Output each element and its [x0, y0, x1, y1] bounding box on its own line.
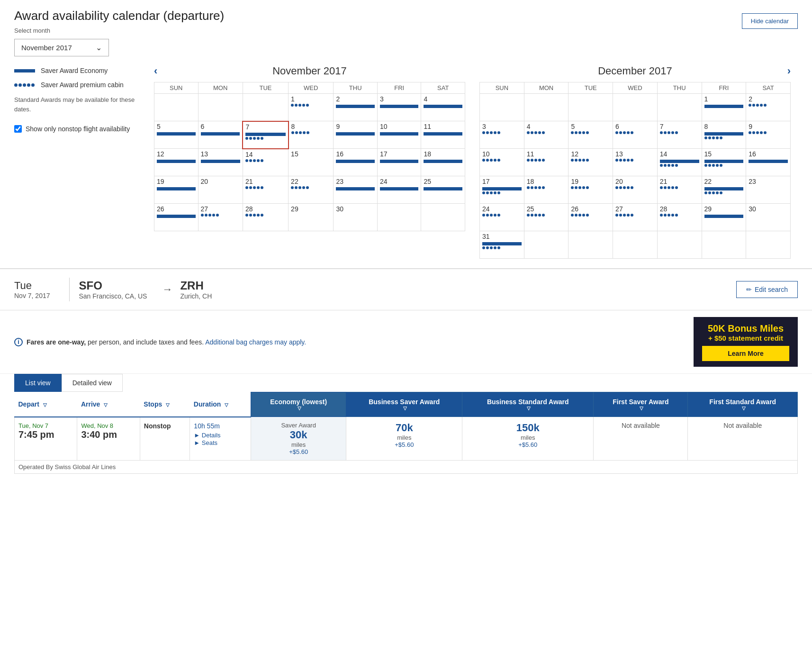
day-number: 11 — [527, 150, 566, 158]
calendar-day[interactable]: 16 — [334, 149, 378, 176]
calendar-day[interactable]: 28 — [243, 204, 288, 231]
calendar-day[interactable]: 3 — [377, 94, 421, 121]
calendar-day[interactable]: 26 — [154, 204, 198, 231]
calendar-day[interactable]: 9 — [334, 121, 378, 149]
hide-calendar-button[interactable]: Hide calendar — [742, 13, 798, 29]
calendar-day[interactable]: 2 — [334, 94, 378, 121]
calendar-day[interactable]: 19 — [568, 176, 613, 204]
calendar-day[interactable]: 4 — [524, 121, 568, 149]
calendar-day[interactable]: 7 — [657, 121, 702, 149]
stops-col-header[interactable]: Stops ▽ — [140, 392, 190, 417]
calendar-day[interactable]: 24 — [480, 204, 524, 231]
depart-col-header[interactable]: Depart ▽ — [15, 392, 77, 417]
calendar-day[interactable]: 19 — [154, 176, 198, 204]
calendar-day[interactable]: 22 — [289, 176, 334, 204]
availability-dots — [660, 214, 699, 217]
calendar-day[interactable]: 12 — [568, 149, 613, 176]
calendar-day[interactable]: 5 — [568, 121, 613, 149]
prev-month-button[interactable]: ‹ — [154, 65, 157, 77]
day-number: 24 — [380, 178, 419, 185]
calendar-day[interactable]: 12 — [154, 149, 198, 176]
biz-standard-cell[interactable]: 150kmiles+$5.60 — [462, 417, 594, 461]
calendar-day[interactable]: 28 — [657, 204, 702, 231]
availability-bar — [380, 132, 419, 136]
calendar-day[interactable]: 15 — [289, 149, 334, 176]
calendar-day[interactable]: 25 — [524, 204, 568, 231]
calendar-day[interactable]: 11 — [421, 121, 465, 149]
calendar-day[interactable]: 10 — [377, 121, 421, 149]
calendar-day[interactable]: 27 — [613, 204, 658, 231]
calendar-day[interactable]: 15 — [702, 149, 746, 176]
availability-bar — [336, 132, 375, 136]
availability-bar — [157, 132, 196, 136]
calendar-day[interactable]: 17 — [377, 149, 421, 176]
availability-bar — [201, 160, 240, 163]
calendar-day[interactable]: 16 — [746, 149, 791, 176]
origin-code: SFO — [79, 279, 147, 292]
calendar-day[interactable]: 20 — [198, 176, 243, 204]
availability-dots — [704, 136, 744, 139]
calendar-day[interactable]: 18 — [421, 149, 465, 176]
calendar-day[interactable]: 4 — [421, 94, 465, 121]
calendar-day[interactable]: 25 — [421, 176, 465, 204]
calendar-day[interactable]: 26 — [568, 204, 613, 231]
calendar-day[interactable]: 1 — [702, 94, 746, 121]
calendar-day[interactable]: 21 — [243, 176, 288, 204]
calendar-day[interactable]: 14 — [243, 149, 288, 176]
november-calendar: ‹ November 2017 SUN MON TUE WED THU FRI … — [147, 65, 472, 231]
calendar-day[interactable]: 27 — [198, 204, 243, 231]
economy-cell[interactable]: Saver Award30kmiles+$5.60 — [251, 417, 346, 461]
nonstop-checkbox-wrapper[interactable]: Show only nonstop flight availability — [14, 125, 147, 133]
list-view-button[interactable]: List view — [14, 374, 62, 392]
duration-cell: 10h 55m► Details► Seats — [190, 417, 251, 461]
calendar-day[interactable]: 23 — [334, 176, 378, 204]
availability-bar — [380, 160, 419, 163]
calendar-day[interactable]: 6 — [198, 121, 243, 149]
calendar-day[interactable]: 30 — [334, 204, 378, 231]
calendar-day[interactable]: 21 — [657, 176, 702, 204]
calendar-day[interactable]: 18 — [524, 176, 568, 204]
calendar-day[interactable]: 10 — [480, 149, 524, 176]
sort-arrows-depart: ▽ — [43, 402, 47, 407]
biz-saver-cell[interactable]: 70kmiles+$5.60 — [346, 417, 462, 461]
calendar-day[interactable]: 22 — [702, 176, 746, 204]
calendar-day[interactable]: 1 — [289, 94, 334, 121]
calendar-day[interactable]: 8 — [289, 121, 334, 149]
duration-value: 10h 55m — [194, 422, 247, 430]
calendar-day[interactable]: 13 — [613, 149, 658, 176]
calendar-day[interactable]: 17 — [480, 176, 524, 204]
month-dropdown[interactable]: November 2017 ⌄ — [14, 39, 109, 56]
day-number: 9 — [749, 123, 788, 130]
edit-search-button[interactable]: ✏ Edit search — [736, 281, 798, 298]
calendar-day[interactable]: 29 — [289, 204, 334, 231]
arrive-col-header[interactable]: Arrive ▽ — [77, 392, 140, 417]
details-link[interactable]: ► Details — [194, 432, 247, 439]
calendar-day[interactable]: 2 — [746, 94, 791, 121]
calendar-day[interactable]: 9 — [746, 121, 791, 149]
calendar-day[interactable]: 23 — [746, 176, 791, 204]
calendar-day[interactable]: 8 — [702, 121, 746, 149]
first-standard-cell: Not available — [688, 417, 798, 461]
calendar-day[interactable]: 11 — [524, 149, 568, 176]
chevron-down-icon: ⌄ — [96, 43, 102, 52]
nonstop-checkbox[interactable] — [14, 125, 22, 133]
calendar-day[interactable]: 7 — [243, 121, 288, 149]
seats-link[interactable]: ► Seats — [194, 439, 217, 446]
day-number: 4 — [424, 95, 462, 103]
calendar-day[interactable]: 5 — [154, 121, 198, 149]
calendar-day[interactable]: 6 — [613, 121, 658, 149]
duration-col-header[interactable]: Duration ▽ — [190, 392, 251, 417]
next-month-button[interactable]: › — [787, 65, 791, 77]
calendar-day[interactable]: 14 — [657, 149, 702, 176]
calendar-day[interactable]: 20 — [613, 176, 658, 204]
learn-more-button[interactable]: Learn More — [702, 346, 789, 361]
bag-charges-link[interactable]: Additional bag charges may apply. — [205, 338, 306, 346]
calendar-day[interactable]: 3 — [480, 121, 524, 149]
availability-bar — [660, 160, 699, 163]
calendar-day[interactable]: 30 — [746, 204, 791, 231]
calendar-day[interactable]: 13 — [198, 149, 243, 176]
calendar-day[interactable]: 24 — [377, 176, 421, 204]
calendar-day[interactable]: 31 — [480, 231, 524, 259]
calendar-day[interactable]: 29 — [702, 204, 746, 231]
detailed-view-button[interactable]: Detailed view — [62, 374, 123, 392]
